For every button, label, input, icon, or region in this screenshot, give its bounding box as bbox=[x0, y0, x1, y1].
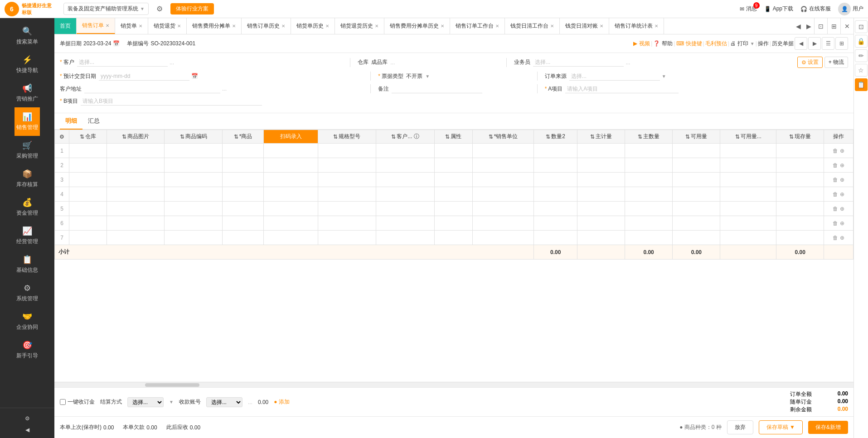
row-cell-5-7[interactable] bbox=[376, 202, 435, 216]
sort-icon[interactable]: ⇅ bbox=[685, 134, 690, 140]
save-draft-btn[interactable]: 保存草稿 ▼ bbox=[759, 420, 803, 434]
row-cell-6-3[interactable] bbox=[165, 216, 222, 231]
row-cell-1-7[interactable] bbox=[376, 144, 435, 158]
sort-icon[interactable]: ⇅ bbox=[638, 134, 642, 140]
scrollbar-thumb[interactable] bbox=[145, 383, 199, 387]
row-cell-1-6[interactable] bbox=[318, 144, 376, 158]
row-cell-3-15[interactable] bbox=[776, 173, 824, 187]
row-cell-3-4[interactable] bbox=[222, 173, 264, 187]
row-cell-2-3[interactable] bbox=[165, 158, 222, 173]
row-cell-3-10[interactable] bbox=[534, 173, 577, 187]
row-cell-7-5[interactable] bbox=[264, 231, 318, 245]
row-cell-4-3[interactable] bbox=[165, 187, 222, 202]
row-cell-1-15[interactable] bbox=[776, 144, 824, 158]
tab-1[interactable]: 销售订单✕ bbox=[77, 18, 115, 34]
row-cell-4-11[interactable] bbox=[577, 187, 625, 202]
row-cell-2-12[interactable] bbox=[625, 158, 673, 173]
row-cell-7-3[interactable] bbox=[165, 231, 222, 245]
tab-close-2[interactable]: ✕ bbox=[139, 24, 142, 29]
row-cell-2-2[interactable] bbox=[107, 158, 165, 173]
row-cell-4-10[interactable] bbox=[534, 187, 577, 202]
horizontal-scrollbar[interactable] bbox=[54, 382, 853, 387]
tab-close-6[interactable]: ✕ bbox=[325, 24, 329, 29]
row-cell-7-13[interactable] bbox=[673, 231, 720, 245]
row-delete-3[interactable]: 🗑 bbox=[833, 177, 838, 183]
sort-icon[interactable]: ⇅ bbox=[333, 134, 338, 140]
sidebar-item-4[interactable]: 🛒采购管理 bbox=[15, 136, 40, 164]
row-cell-1-13[interactable] bbox=[673, 144, 720, 158]
row-cell-3-14[interactable] bbox=[720, 173, 776, 187]
row-cell-4-8[interactable] bbox=[435, 187, 472, 202]
row-cell-3-1[interactable] bbox=[69, 173, 107, 187]
row-cell-1-1[interactable] bbox=[69, 144, 107, 158]
tab-prev-btn[interactable]: ◀ bbox=[793, 18, 804, 34]
salesperson-more-btn[interactable]: ... bbox=[626, 59, 630, 66]
salesperson-input[interactable] bbox=[533, 58, 624, 67]
row-copy-5[interactable]: ⊕ bbox=[840, 206, 844, 212]
row-cell-6-7[interactable] bbox=[376, 216, 435, 231]
row-copy-1[interactable]: ⊕ bbox=[840, 148, 844, 154]
row-cell-6-4[interactable] bbox=[222, 216, 264, 231]
row-cell-3-6[interactable] bbox=[318, 173, 376, 187]
account-more-btn[interactable]: ... bbox=[248, 399, 252, 405]
row-cell-7-11[interactable] bbox=[577, 231, 625, 245]
right-float-btn-2[interactable]: 🔒 bbox=[855, 35, 868, 48]
calendar-icon[interactable]: 📅 bbox=[113, 40, 120, 47]
tab-0[interactable]: 首页 bbox=[54, 18, 77, 34]
row-cell-2-1[interactable] bbox=[69, 158, 107, 173]
help-btn[interactable]: ❓ 帮助 bbox=[653, 40, 673, 48]
row-cell-1-2[interactable] bbox=[107, 144, 165, 158]
row-cell-2-14[interactable] bbox=[720, 158, 776, 173]
row-cell-7-8[interactable] bbox=[435, 231, 472, 245]
row-cell-4-7[interactable] bbox=[376, 187, 435, 202]
sidebar-item-7[interactable]: 📈经营管理 bbox=[15, 221, 40, 250]
row-cell-7-9[interactable] bbox=[472, 231, 534, 245]
row-cell-6-15[interactable] bbox=[776, 216, 824, 231]
row-cell-5-10[interactable] bbox=[534, 202, 577, 216]
tab-5[interactable]: 销售订单历史✕ bbox=[242, 18, 291, 34]
tab-9[interactable]: 销售订单工作台✕ bbox=[450, 18, 505, 34]
shortcut-btn[interactable]: ⌨ 快捷键 bbox=[676, 40, 702, 48]
history-btn[interactable]: 历史单据 bbox=[772, 40, 794, 48]
row-cell-4-12[interactable] bbox=[625, 187, 673, 202]
row-cell-3-9[interactable] bbox=[472, 173, 534, 187]
nav-prev-btn[interactable]: ◀ bbox=[795, 37, 807, 50]
row-cell-7-6[interactable] bbox=[318, 231, 376, 245]
tab-close-7[interactable]: ✕ bbox=[375, 24, 378, 29]
discard-btn[interactable]: 放弃 bbox=[727, 420, 753, 434]
row-copy-3[interactable]: ⊕ bbox=[840, 177, 844, 183]
row-cell-5-1[interactable] bbox=[69, 202, 107, 216]
sort-icon[interactable]: ⇅ bbox=[180, 134, 184, 140]
user-btn[interactable]: 👤 用户 bbox=[838, 3, 863, 15]
sidebar-item-5[interactable]: 📦库存核算 bbox=[15, 164, 40, 193]
tab-close-12[interactable]: ✕ bbox=[655, 24, 658, 29]
row-cell-6-10[interactable] bbox=[534, 216, 577, 231]
tab-6[interactable]: 销货单历史✕ bbox=[291, 18, 335, 34]
row-cell-4-5[interactable] bbox=[264, 187, 318, 202]
order-source-dropdown-icon[interactable]: ▼ bbox=[662, 74, 666, 79]
col-settings[interactable]: ⚙ bbox=[55, 130, 69, 144]
row-cell-3-8[interactable] bbox=[435, 173, 472, 187]
col-scan[interactable]: 扫码录入 bbox=[264, 130, 318, 144]
row-cell-6-11[interactable] bbox=[577, 216, 625, 231]
row-delete-4[interactable]: 🗑 bbox=[833, 191, 838, 197]
row-cell-2-5[interactable] bbox=[264, 158, 318, 173]
row-cell-2-10[interactable] bbox=[534, 158, 577, 173]
tab-close-11[interactable]: ✕ bbox=[600, 24, 603, 29]
sort-icon[interactable]: ⇅ bbox=[445, 134, 450, 140]
operate-btn[interactable]: 操作 bbox=[758, 40, 769, 48]
add-material-btn[interactable]: + 物流 bbox=[824, 57, 848, 68]
save-new-btn[interactable]: 保存&新增 bbox=[808, 421, 848, 434]
sort-icon[interactable]: ⇅ bbox=[234, 134, 238, 140]
row-cell-6-14[interactable] bbox=[720, 216, 776, 231]
row-cell-5-15[interactable] bbox=[776, 202, 824, 216]
row-cell-1-3[interactable] bbox=[165, 144, 222, 158]
customer-more-btn[interactable]: ... bbox=[170, 59, 174, 66]
row-cell-7-2[interactable] bbox=[107, 231, 165, 245]
row-cell-3-5[interactable] bbox=[264, 173, 318, 187]
row-cell-5-5[interactable] bbox=[264, 202, 318, 216]
row-cell-4-13[interactable] bbox=[673, 187, 720, 202]
invoice-dropdown-icon[interactable]: ▼ bbox=[425, 74, 430, 79]
row-cell-5-2[interactable] bbox=[107, 202, 165, 216]
row-cell-6-8[interactable] bbox=[435, 216, 472, 231]
